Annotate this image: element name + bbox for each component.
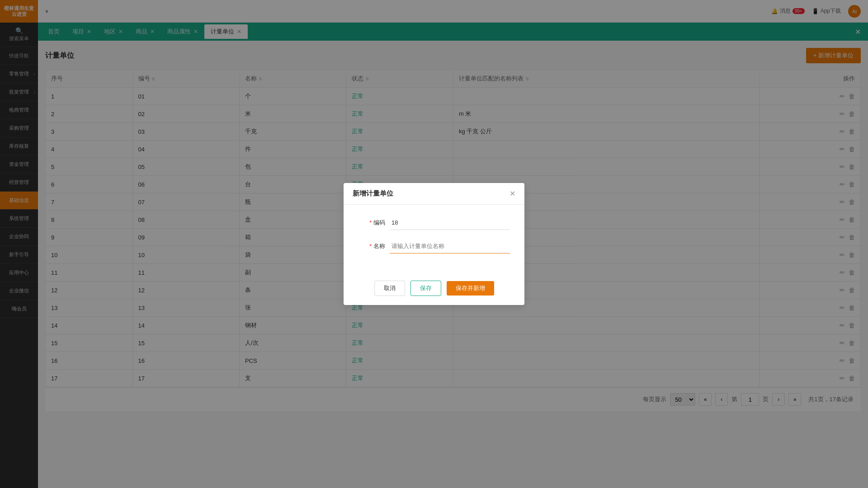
cancel-button[interactable]: 取消 [374,281,405,296]
modal-footer: 取消 保存 保存并新增 [344,273,524,305]
modal-overlay: 新增计量单位 ✕ 编码 名称 取消 保存 保存并新增 [0,0,868,488]
add-unit-modal: 新增计量单位 ✕ 编码 名称 取消 保存 保存并新增 [344,183,524,305]
name-input[interactable] [390,239,510,253]
name-label: 名称 [358,242,385,250]
form-row-code: 编码 [358,216,510,230]
save-button[interactable]: 保存 [410,281,441,296]
form-row-name: 名称 [358,239,510,253]
modal-close-button[interactable]: ✕ [509,190,515,197]
code-input[interactable] [390,216,510,230]
modal-header: 新增计量单位 ✕ [344,183,524,205]
save-and-new-button[interactable]: 保存并新增 [447,281,494,296]
modal-body: 编码 名称 [344,205,524,273]
code-label: 编码 [358,219,385,227]
modal-title: 新增计量单位 [353,189,393,198]
